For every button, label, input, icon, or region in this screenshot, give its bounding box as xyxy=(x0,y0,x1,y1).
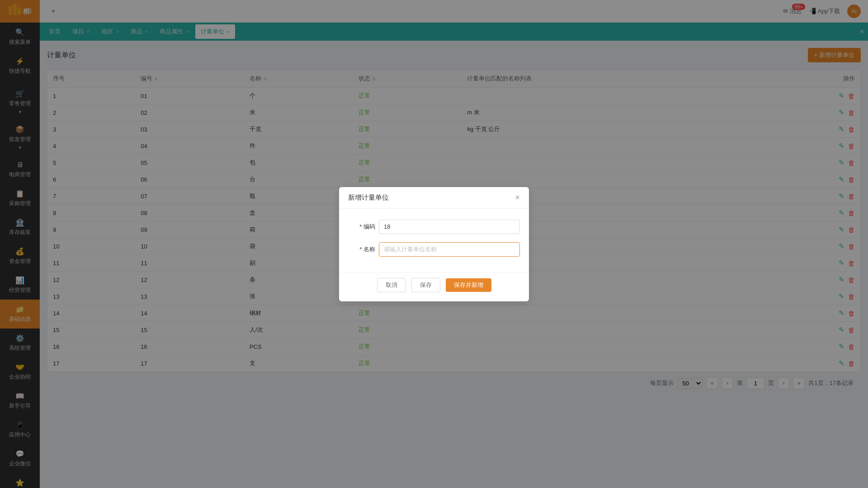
modal-close-button[interactable]: × xyxy=(515,193,520,202)
modal-header: 新增计量单位 × xyxy=(339,187,529,209)
name-label: * 名称 xyxy=(348,245,375,253)
code-label: * 编码 xyxy=(348,223,375,231)
cancel-button[interactable]: 取消 xyxy=(377,278,406,292)
add-unit-modal: 新增计量单位 × * 编码 * 名称 取消 保存 保存并新增 xyxy=(339,187,529,301)
form-row-name: * 名称 xyxy=(348,242,520,257)
modal-overlay: 新增计量单位 × * 编码 * 名称 取消 保存 保存并新增 xyxy=(0,0,868,488)
modal-footer: 取消 保存 保存并新增 xyxy=(339,272,529,301)
code-input[interactable] xyxy=(379,220,520,234)
save-add-button[interactable]: 保存并新增 xyxy=(446,278,491,292)
modal-title: 新增计量单位 xyxy=(348,193,389,202)
name-input[interactable] xyxy=(379,242,520,257)
save-button[interactable]: 保存 xyxy=(411,278,440,292)
form-row-code: * 编码 xyxy=(348,220,520,234)
modal-body: * 编码 * 名称 xyxy=(339,209,529,272)
